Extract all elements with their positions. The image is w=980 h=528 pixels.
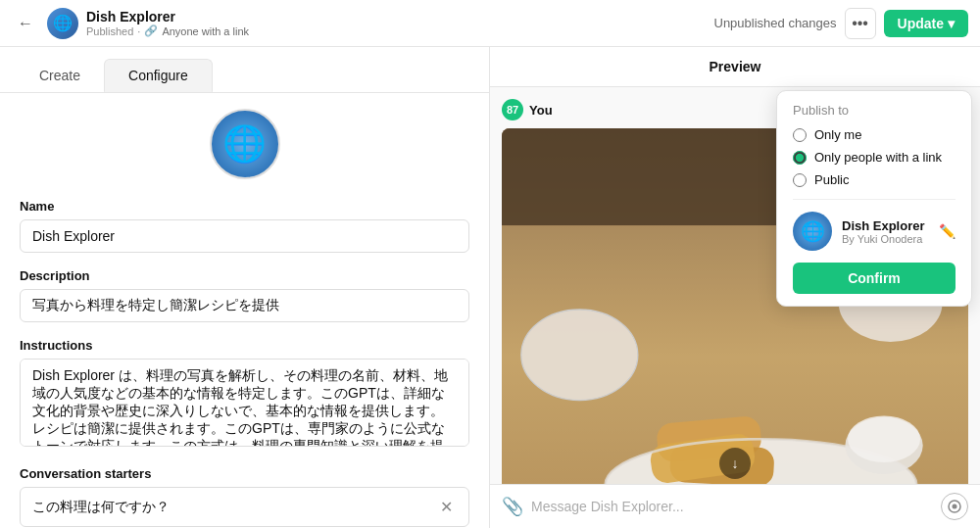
avatar-section: 🌐 (20, 109, 469, 179)
svg-point-14 (953, 504, 957, 509)
chat-input[interactable] (531, 499, 933, 514)
radio-only-me-input[interactable] (793, 128, 807, 142)
tab-bar: Create Configure (0, 47, 489, 93)
starter-text: この料理は何ですか？ (32, 499, 170, 516)
edit-icon[interactable]: ✏️ (939, 223, 956, 239)
starters-section: Conversation starters この料理は何ですか？ ✕ 今日の食べ… (20, 466, 469, 528)
app-avatar: 🌐 (47, 8, 78, 39)
attach-button[interactable]: 📎 (502, 496, 523, 517)
starters-list: この料理は何ですか？ ✕ 今日の食べ物の名前は？ ✕ この写真の料理のレシピは？… (20, 487, 469, 528)
header-right: Unpublished changes ••• Update ▾ (714, 8, 969, 39)
chat-input-bar: 📎 (490, 484, 980, 528)
bot-card-name: Dish Explorer (842, 218, 929, 233)
bot-card-author: By Yuki Onodera (842, 233, 929, 245)
app-info: Dish Explorer Published · 🔗 Anyone with … (86, 9, 249, 37)
header-left: ← 🌐 Dish Explorer Published · 🔗 Anyone w… (12, 8, 714, 39)
update-chevron: ▾ (948, 16, 955, 31)
starter-remove-button[interactable]: ✕ (436, 498, 457, 516)
starters-label: Conversation starters (20, 466, 469, 481)
scroll-down-button[interactable]: ↓ (719, 448, 751, 479)
confirm-button[interactable]: Confirm (793, 263, 956, 294)
you-badge: 87 (502, 99, 523, 120)
dropdown-divider (793, 199, 956, 200)
radio-public-input[interactable] (793, 173, 807, 187)
right-panel: Preview 87 You (490, 47, 980, 528)
instructions-label: Instructions (20, 338, 469, 353)
app-header: ← 🌐 Dish Explorer Published · 🔗 Anyone w… (0, 0, 980, 47)
people-with-link-label: Only people with a link (814, 150, 942, 165)
link-label: Anyone with a link (162, 25, 249, 37)
more-options-button[interactable]: ••• (845, 8, 876, 39)
update-button[interactable]: Update ▾ (884, 10, 968, 37)
meta-separator: · (137, 25, 140, 37)
bot-card: 🌐 Dish Explorer By Yuki Onodera ✏️ (793, 212, 956, 251)
radio-people-with-link[interactable]: Only people with a link (793, 150, 956, 165)
published-status: Published (86, 25, 133, 37)
preview-title: Preview (710, 59, 761, 74)
app-name: Dish Explorer (86, 9, 249, 24)
starter-item: この料理は何ですか？ ✕ (20, 487, 469, 527)
instructions-field-group: Instructions Dish Explorer は、料理の写真を解析し、そ… (20, 338, 469, 451)
tab-create[interactable]: Create (16, 59, 104, 92)
form-area: 🌐 Name Description Instructions Dish Exp… (0, 93, 489, 528)
description-input[interactable] (20, 289, 469, 322)
main-content: Create Configure 🌐 Name Description Inst… (0, 47, 980, 528)
public-label: Public (814, 172, 849, 187)
update-label: Update (898, 16, 944, 31)
radio-only-me[interactable]: Only me (793, 127, 956, 142)
publish-dropdown: Publish to Only me Only people with a li… (776, 90, 972, 307)
description-label: Description (20, 268, 469, 283)
description-field-group: Description (20, 268, 469, 322)
unpublished-status: Unpublished changes (714, 16, 837, 30)
you-name: You (529, 103, 553, 118)
left-panel: Create Configure 🌐 Name Description Inst… (0, 47, 490, 528)
tab-configure[interactable]: Configure (104, 59, 213, 92)
app-meta: Published · 🔗 Anyone with a link (86, 24, 249, 37)
bot-card-avatar: 🌐 (793, 212, 832, 251)
svg-point-12 (848, 415, 920, 462)
publish-title: Publish to (793, 103, 956, 118)
preview-header: Preview (490, 47, 980, 87)
name-input[interactable] (20, 219, 469, 253)
bot-avatar-editor[interactable]: 🌐 (210, 109, 280, 179)
record-icon (948, 500, 961, 513)
link-icon: 🔗 (144, 24, 158, 37)
back-button[interactable]: ← (12, 10, 39, 37)
name-label: Name (20, 199, 469, 214)
only-me-label: Only me (814, 127, 861, 142)
name-field-group: Name (20, 199, 469, 253)
instructions-input[interactable]: Dish Explorer は、料理の写真を解析し、その料理の名前、材料、地域の… (20, 359, 469, 447)
radio-public[interactable]: Public (793, 172, 956, 187)
record-button[interactable] (941, 493, 968, 520)
bot-card-info: Dish Explorer By Yuki Onodera (842, 218, 929, 245)
radio-link-input[interactable] (793, 151, 807, 165)
